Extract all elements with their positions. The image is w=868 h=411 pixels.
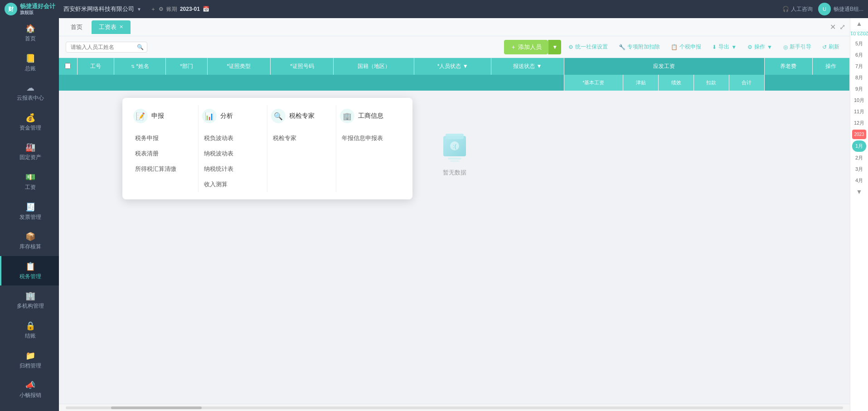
filter-icon-report[interactable]: ▼ (537, 63, 542, 69)
main-layout: 🏠 首页 📒 总账 ☁ 云报表中心 💰 资金管理 🏭 固定资产 💵 工资 🧾 发… (0, 18, 868, 411)
sidebar-item-settings[interactable]: ⚙ 基础设置 (0, 405, 59, 411)
guide-icon-toolbar: ◎ (783, 44, 788, 50)
sidebar-item-close[interactable]: 🔒 结账 (0, 315, 59, 345)
tax-report-action[interactable]: 📋 个税申报 (667, 41, 705, 53)
close-period-icon: 🔒 (25, 321, 35, 331)
month-2[interactable]: 2月 (850, 152, 868, 164)
biz-info-icon: 🏢 (340, 109, 354, 123)
sidebar-item-invoice[interactable]: 🧾 发票管理 (0, 197, 59, 227)
dropdown-item-tax-declare[interactable]: 税务申报 (133, 131, 194, 146)
dropdown-item-tax-form[interactable]: 税表清册 (133, 146, 194, 161)
scroll-track[interactable] (66, 406, 843, 409)
select-all-checkbox[interactable] (65, 63, 71, 69)
dropdown-item-income-calc[interactable]: 收入测算 (202, 177, 263, 192)
topbar: 财 畅捷通好会计 旗舰版 西安虾米网络科技有限公司 ▼ ＋ ⚙ 账期 2023-… (0, 0, 868, 18)
company-selector[interactable]: 西安虾米网络科技有限公司 ▼ (63, 5, 141, 13)
tab-salary-label: 工资表 (99, 23, 116, 31)
logo-icon: 财 (5, 3, 17, 15)
filter-icon-status[interactable]: ▼ (463, 63, 468, 69)
expand-icon[interactable]: ⤢ (839, 23, 845, 31)
dropdown-col-biz-info: 🏢 工商信息 年报信息申报表 (336, 105, 405, 192)
month-8[interactable]: 8月 (850, 72, 868, 83)
timeline-down-icon[interactable]: ▼ (854, 186, 864, 197)
logo-area: 财 畅捷通好会计 旗舰版 (5, 3, 59, 15)
dropdown-header-tax-expert: 🔍 税检专家 (271, 105, 332, 129)
sidebar-label-salary: 工资 (25, 184, 36, 191)
dropdown-item-tax-expert[interactable]: 税检专家 (271, 131, 332, 146)
calendar-icon[interactable]: 📅 (203, 6, 209, 12)
guide-action[interactable]: ◎ 新手引导 (780, 41, 815, 53)
month-9[interactable]: 9月 (850, 83, 868, 95)
month-1-active[interactable]: 1月 (852, 140, 866, 152)
sidebar-item-inventory[interactable]: 📦 库存核算 (0, 226, 59, 256)
table-wrapper: 📝 申报 税务申报 税表清册 所得税汇算清缴 📊 分析 税负波动表 (59, 58, 850, 411)
tab-home[interactable]: 首页 (63, 20, 90, 34)
export-action[interactable]: ⬇ 导出 ▼ (708, 41, 740, 53)
export-chevron: ▼ (731, 44, 737, 50)
th-id-type: *证照类型 (207, 58, 270, 75)
dropdown-item-annual-report[interactable]: 年报信息申报表 (340, 131, 402, 146)
sidebar-item-ledger[interactable]: 📒 总账 (0, 48, 59, 78)
special-icon: 🔧 (619, 44, 626, 50)
dropdown-item-tax-burden[interactable]: 税负波动表 (202, 131, 263, 146)
tab-home-label: 首页 (71, 23, 82, 31)
dropdown-item-tax-flow[interactable]: 纳税波动表 (202, 146, 263, 161)
svg-rect-1 (446, 134, 464, 139)
tab-close-icon[interactable]: ✕ (119, 24, 123, 30)
th-empty-spacer2 (764, 75, 849, 91)
dropdown-item-income-tax[interactable]: 所得税汇算清缴 (133, 161, 194, 177)
user-button[interactable]: U 畅捷通B组... (818, 3, 863, 15)
tab-salary[interactable]: 工资表 ✕ (92, 20, 131, 34)
sidebar-item-funds[interactable]: 💰 资金管理 (0, 107, 59, 137)
sidebar-item-promo[interactable]: 📣 小畅报销 (0, 375, 59, 405)
right-panel: ▲ 2023.01 5月 6月 7月 8月 9月 10月 11月 12月 202… (850, 18, 868, 411)
dropdown-header-analysis: 📊 分析 (202, 105, 263, 129)
month-11[interactable]: 11月 (850, 106, 868, 117)
sidebar-label-ledger: 总账 (25, 65, 36, 73)
company-name: 西安虾米网络科技有限公司 (63, 5, 134, 13)
sidebar-item-home[interactable]: 🏠 首页 (0, 18, 59, 48)
sidebar-item-tax[interactable]: 📋 税务管理 (0, 256, 59, 286)
invoice-icon: 🧾 (25, 202, 35, 212)
sidebar-item-archive[interactable]: 📁 归档管理 (0, 345, 59, 375)
assets-icon: 🏭 (25, 142, 35, 152)
sidebar: 🏠 首页 📒 总账 ☁ 云报表中心 💰 资金管理 🏭 固定资产 💵 工资 🧾 发… (0, 18, 59, 411)
month-5[interactable]: 5月 (850, 38, 868, 49)
declaration-label: 申报 (151, 112, 164, 120)
month-4[interactable]: 4月 (850, 175, 868, 186)
close-window-icon[interactable]: ✕ (830, 23, 836, 31)
multi-icon: 🏢 (25, 291, 35, 301)
month-12[interactable]: 12月 (850, 117, 868, 129)
sidebar-item-salary[interactable]: 💵 工资 (0, 167, 59, 197)
content-area: 首页 工资表 ✕ ✕ ⤢ 🔍 ＋ 添加人员 (59, 18, 850, 411)
social-action[interactable]: ⚙ 统一社保设置 (565, 41, 611, 53)
special-action[interactable]: 🔧 专项附加扣除 (615, 41, 664, 53)
search-input[interactable] (71, 44, 134, 50)
add-dropdown-button[interactable]: ▼ (548, 40, 561, 54)
sidebar-label-home: 首页 (25, 35, 36, 43)
sidebar-item-assets[interactable]: 🏭 固定资产 (0, 137, 59, 167)
timeline-up-icon[interactable]: ▲ (854, 18, 864, 29)
help-button[interactable]: 🎧 人工咨询 (782, 5, 813, 13)
svg-rect-5 (450, 160, 459, 162)
refresh-action[interactable]: ↺ 刷新 (819, 41, 843, 53)
add-person-button[interactable]: ＋ 添加人员 (504, 40, 548, 54)
sidebar-item-multi[interactable]: 🏢 多机构管理 (0, 285, 59, 315)
month-3[interactable]: 3月 (850, 164, 868, 175)
dropdown-item-tax-stats[interactable]: 纳税统计表 (202, 161, 263, 177)
headset-icon: 🎧 (782, 6, 789, 12)
month-7[interactable]: 7月 (850, 61, 868, 72)
guide-label: 新手引导 (790, 43, 811, 51)
th-checkbox[interactable] (59, 58, 77, 75)
settings-icon[interactable]: ⚙ (159, 6, 164, 12)
add-btn-group: ＋ 添加人员 ▼ (504, 40, 561, 54)
th-pension: 养老费 (764, 58, 812, 75)
add-company-icon[interactable]: ＋ (150, 5, 156, 13)
month-6[interactable]: 6月 (850, 49, 868, 61)
toolbar: 🔍 ＋ 添加人员 ▼ ⚙ 统一社保设置 🔧 专项附加扣除 📋 个税申报 (59, 36, 850, 58)
month-10[interactable]: 10月 (850, 95, 868, 106)
operate-label: 操作 (754, 43, 765, 51)
sidebar-item-cloud[interactable]: ☁ 云报表中心 (0, 77, 59, 107)
operate-action[interactable]: ⚙ 操作 ▼ (744, 41, 776, 53)
scroll-thumb[interactable] (111, 406, 202, 409)
